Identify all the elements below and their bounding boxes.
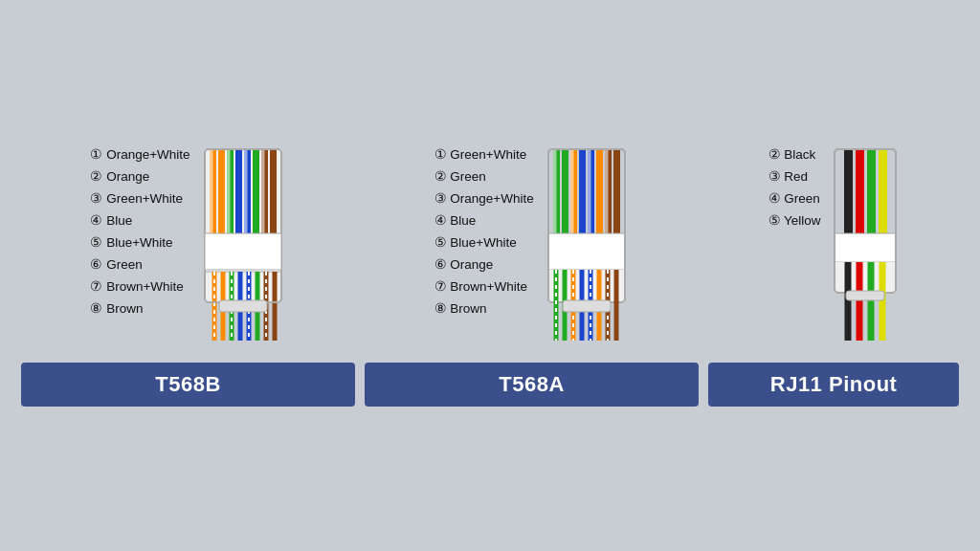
list-item: ④ Blue [90,210,189,232]
list-item: ⑤ Blue+White [90,232,189,254]
list-item: ② Green [434,166,534,188]
svg-rect-68 [563,300,611,312]
svg-rect-33 [253,149,259,235]
rj45-a-svg [544,144,630,345]
list-item: ③ Orange+White [434,188,534,210]
rj11-label: RJ11 Pinout [708,363,959,407]
svg-rect-54 [548,270,625,302]
list-item: ① Orange+White [90,144,189,166]
svg-rect-69 [844,149,853,235]
svg-rect-81 [846,291,884,300]
list-item: ④ Green [768,188,821,210]
svg-rect-29 [227,149,231,235]
t568b-content: ① Orange+White ② Orange ③ Green+White ④ … [21,144,355,345]
svg-rect-26 [210,149,213,235]
section-t568a: ① Green+White ② Green ③ Orange+White ④ B… [365,144,699,407]
t568b-wire-list: ① Orange+White ② Orange ③ Green+White ④ … [90,144,189,320]
list-item: ① Green+White [434,144,534,166]
svg-rect-44 [570,149,574,235]
main-container: ① Orange+White ② Orange ③ Green+White ④ … [21,144,959,407]
svg-rect-45 [579,149,586,235]
svg-rect-36 [270,149,277,235]
list-item: ⑦ Brown+White [434,276,534,298]
list-item: ③ Green+White [90,188,189,210]
svg-rect-75 [835,262,896,293]
t568a-label: T568A [365,363,699,407]
svg-rect-50 [605,149,609,235]
list-item: ⑤ Blue+White [434,232,534,254]
svg-rect-30 [235,149,242,235]
list-item: ⑦ Brown+White [90,276,189,298]
list-item: ⑧ Brown [90,298,189,320]
svg-rect-42 [562,149,568,235]
svg-rect-51 [613,149,620,235]
svg-rect-71 [867,149,876,235]
t568a-wire-list: ① Green+White ② Green ③ Orange+White ④ B… [434,144,534,320]
list-item: ⑥ Green [90,254,189,276]
svg-rect-53 [548,233,625,270]
svg-rect-41 [553,149,557,235]
svg-rect-32 [244,149,248,235]
section-rj11: ② Black ③ Red ④ Green ⑤ Yellow [708,144,959,407]
t568b-label: T568B [21,363,355,407]
svg-rect-74 [835,233,896,262]
list-item: ② Orange [90,166,189,188]
t568a-content: ① Green+White ② Green ③ Orange+White ④ B… [365,144,699,345]
svg-rect-48 [596,149,603,235]
rj11-svg [831,144,900,345]
svg-rect-72 [879,149,887,235]
list-item: ④ Blue [434,210,534,232]
rj11-content: ② Black ③ Red ④ Green ⑤ Yellow [708,144,959,345]
svg-rect-38 [205,233,281,270]
rj45-b-svg [200,144,286,345]
svg-rect-47 [588,149,591,235]
rj11-wire-list: ② Black ③ Red ④ Green ⑤ Yellow [768,144,821,232]
svg-rect-35 [261,149,265,235]
rj11-connector [831,144,900,345]
svg-rect-70 [856,149,864,235]
list-item: ③ Red [768,166,821,188]
list-item: ② Black [768,144,821,166]
section-t568b: ① Orange+White ② Orange ③ Green+White ④ … [21,144,355,407]
list-item: ⑧ Brown [434,298,534,320]
t568a-connector [544,144,630,345]
svg-rect-39 [219,300,267,312]
list-item: ⑥ Orange [434,254,534,276]
list-item: ⑤ Yellow [768,210,821,232]
svg-rect-27 [218,149,225,235]
t568b-connector [200,144,286,345]
